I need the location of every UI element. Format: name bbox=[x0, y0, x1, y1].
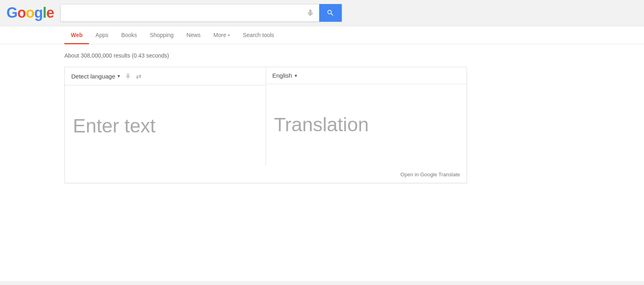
tab-news[interactable]: News bbox=[180, 26, 207, 44]
tab-web[interactable]: Web bbox=[64, 26, 89, 44]
translation-placeholder: Translation bbox=[274, 114, 369, 136]
tab-books[interactable]: Books bbox=[115, 26, 143, 44]
source-language-selector[interactable]: Detect language ▾ bbox=[71, 73, 120, 80]
microphone-icon bbox=[306, 8, 314, 18]
target-language-selector[interactable]: English ▾ bbox=[272, 72, 297, 79]
search-bar: translate bbox=[60, 4, 342, 22]
translate-target-panel: English ▾ Translation bbox=[266, 67, 467, 166]
swap-languages-icon[interactable]: ⇄ bbox=[136, 72, 141, 80]
target-lang-dropdown-arrow: ▾ bbox=[295, 73, 297, 78]
open-in-google-translate-link[interactable]: Open in Google Translate bbox=[400, 171, 460, 178]
search-input[interactable]: translate bbox=[61, 9, 301, 17]
google-logo[interactable]: Google bbox=[6, 4, 54, 21]
translate-source-header: Detect language ▾ ⇄ bbox=[65, 67, 266, 85]
translate-source-body[interactable]: Enter text bbox=[65, 85, 266, 166]
translate-source-panel: Detect language ▾ ⇄ Enter text bbox=[65, 67, 266, 166]
main-content: About 308,000,000 results (0.43 seconds)… bbox=[0, 44, 644, 281]
translate-panels: Detect language ▾ ⇄ Enter text English bbox=[65, 67, 466, 166]
results-count: About 308,000,000 results (0.43 seconds) bbox=[64, 52, 644, 59]
mic-button[interactable] bbox=[301, 8, 319, 18]
tab-more[interactable]: More ▾ bbox=[207, 26, 236, 44]
tab-shopping[interactable]: Shopping bbox=[143, 26, 180, 44]
source-mic-icon[interactable] bbox=[125, 72, 131, 80]
translate-target-header: English ▾ bbox=[266, 67, 467, 84]
search-icon bbox=[326, 9, 334, 17]
translate-footer: Open in Google Translate bbox=[65, 166, 466, 183]
translate-target-body: Translation bbox=[266, 84, 467, 165]
translate-widget: Detect language ▾ ⇄ Enter text English bbox=[64, 67, 467, 183]
enter-text-placeholder: Enter text bbox=[73, 115, 155, 137]
tab-search-tools[interactable]: Search tools bbox=[236, 26, 281, 44]
source-lang-dropdown-arrow: ▾ bbox=[118, 73, 120, 79]
nav-bar: Web Apps Books Shopping News More ▾ Sear… bbox=[0, 26, 644, 44]
more-dropdown-arrow: ▾ bbox=[228, 33, 230, 37]
search-button[interactable] bbox=[319, 4, 342, 22]
tab-apps[interactable]: Apps bbox=[89, 26, 115, 44]
header: Google translate bbox=[0, 0, 644, 26]
